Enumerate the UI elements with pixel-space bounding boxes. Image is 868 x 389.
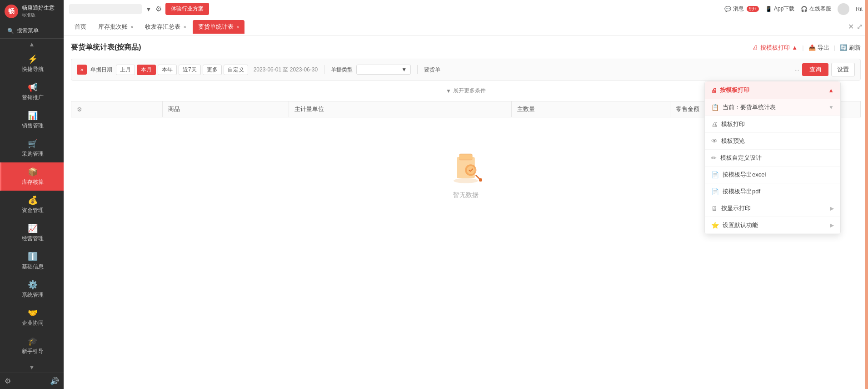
- quick-nav-icon: ⚡: [28, 54, 38, 64]
- template-print-icon: 🖨: [711, 121, 718, 128]
- tab-home[interactable]: 首页: [69, 20, 92, 34]
- export-pdf-icon: 📄: [711, 188, 719, 195]
- sidebar-item-label: 采购管理: [22, 150, 44, 158]
- breadcrumb-dropdown-btn[interactable]: ▼: [145, 5, 152, 13]
- sales-icon: 📊: [28, 111, 38, 121]
- date-btn-more[interactable]: 更多: [203, 65, 222, 75]
- online-service-btn[interactable]: 🎧 在线客服: [801, 5, 831, 13]
- user-name[interactable]: Rit: [856, 6, 863, 12]
- dropdown-item-template-design[interactable]: ✏ 模板自定义设计: [705, 150, 840, 167]
- export-excel-left: 📄 按模板导出excel: [711, 171, 766, 179]
- template-preview-icon: 👁: [711, 137, 718, 145]
- doc-type-select[interactable]: ▼: [356, 65, 411, 75]
- tab-requisition-stats-close[interactable]: ×: [236, 24, 239, 30]
- date-btn-last-month[interactable]: 上月: [116, 65, 135, 75]
- inventory-icon: 📦: [28, 167, 38, 177]
- display-print-icon: 🖥: [711, 205, 718, 212]
- tab-collection-summary[interactable]: 收发存汇总表 ×: [140, 20, 191, 34]
- page-inner: 要货单统计表(按商品) 🖨 按模板打印 ▲ | 📤 导出 | 🔄: [64, 35, 868, 389]
- refresh-btn[interactable]: 🔄 刷新: [840, 44, 861, 52]
- app-download-icon: 📱: [765, 6, 772, 12]
- sidebar-item-sales[interactable]: 📊 销售管理: [0, 106, 64, 134]
- print-dropdown-popup: 🖨 按模板打印 ▲ 📋 当前：要货单统计表 ▼: [704, 81, 841, 234]
- dropdown-title: 🖨 按模板打印: [711, 86, 749, 94]
- current-template-item[interactable]: 📋 当前：要货单统计表 ▼: [705, 99, 840, 116]
- tab-collection-summary-close[interactable]: ×: [183, 24, 186, 30]
- tab-home-label: 首页: [75, 23, 86, 31]
- settings-btn[interactable]: 设置: [831, 63, 855, 76]
- dropdown-item-display-print[interactable]: 🖥 按显示打印 ▶: [705, 200, 840, 217]
- breadcrumb-input[interactable]: [69, 4, 142, 14]
- requisition-label: 要货单: [424, 66, 440, 74]
- table-settings-icon[interactable]: ⚙: [77, 106, 82, 113]
- printer-icon: 🖨: [753, 44, 758, 51]
- print-template-btn[interactable]: 🖨 按模板打印 ▲: [753, 44, 798, 52]
- sidebar-item-marketing[interactable]: 📢 营销推广: [0, 78, 64, 106]
- sidebar-scroll-up[interactable]: ▲: [0, 39, 64, 50]
- sidebar-item-basic[interactable]: ℹ️ 基础信息: [0, 247, 64, 275]
- app-download-btn[interactable]: 📱 App下载: [765, 5, 794, 13]
- app-version: 标准版: [22, 12, 55, 18]
- sidebar-item-finance[interactable]: 💰 资金管理: [0, 191, 64, 219]
- sidebar-item-guide[interactable]: 🎓 新手引导: [0, 332, 64, 360]
- tab-inventory-batch-label: 库存批次账: [98, 23, 128, 31]
- sidebar-nav: ⚡ 快捷导航 📢 营销推广 📊 销售管理 🛒 采购管理 📦 库存核算 💰 资金管…: [0, 50, 64, 362]
- app-download-label: App下载: [774, 5, 794, 13]
- print-template-label: 按模板打印: [760, 44, 790, 52]
- set-default-label: 设置默认功能: [723, 221, 758, 229]
- dropdown-item-template-preview[interactable]: 👁 模板预览: [705, 133, 840, 150]
- dropdown-collapse-icon[interactable]: ▲: [828, 87, 834, 94]
- tab-requisition-stats[interactable]: 要货单统计表 ×: [193, 20, 244, 34]
- more-options-icon[interactable]: ···: [794, 66, 799, 73]
- sidebar-item-label: 系统管理: [22, 291, 44, 299]
- date-filter-label: 单据日期: [90, 66, 112, 74]
- query-btn[interactable]: 查询: [802, 63, 828, 76]
- dropdown-header: 🖨 按模板打印 ▲: [705, 81, 840, 99]
- header-settings-btn[interactable]: ⚙: [155, 5, 162, 13]
- tab-close-btn[interactable]: ✕: [848, 22, 854, 31]
- sidebar-scroll-down[interactable]: ▼: [0, 362, 64, 373]
- sidebar-item-operation[interactable]: 📈 经营管理: [0, 219, 64, 247]
- dropdown-item-set-default[interactable]: ⭐ 设置默认功能 ▶: [705, 217, 840, 234]
- expand-more-btn[interactable]: ▼ 展开更多条件: [440, 85, 491, 96]
- user-avatar[interactable]: [838, 3, 849, 15]
- filter-divider-2: [417, 65, 418, 74]
- set-default-arrow: ▶: [830, 222, 834, 228]
- sidebar-item-label: 快捷导航: [22, 66, 44, 73]
- filter-divider: [324, 65, 324, 74]
- export-btn[interactable]: 📤 导出: [808, 44, 829, 52]
- resize-handle[interactable]: [865, 0, 868, 389]
- trial-button[interactable]: 体验行业方案: [165, 3, 209, 15]
- template-print-label: 模板打印: [721, 120, 745, 128]
- expand-filter-btn[interactable]: »: [77, 65, 87, 75]
- date-btn-this-year[interactable]: 本年: [158, 65, 177, 75]
- sidebar-search[interactable]: 🔍 搜索菜单: [0, 23, 64, 39]
- dropdown-item-template-print[interactable]: 🖨 模板打印: [705, 116, 840, 133]
- audio-icon[interactable]: 🔊: [50, 377, 59, 385]
- message-btn[interactable]: 💬 消息 99+: [724, 5, 759, 13]
- template-preview-left: 👁 模板预览: [711, 137, 745, 145]
- sidebar-item-purchase[interactable]: 🛒 采购管理: [0, 134, 64, 162]
- sidebar-item-system[interactable]: ⚙️ 系统管理: [0, 275, 64, 303]
- dropdown-item-export-excel[interactable]: 📄 按模板导出excel: [705, 167, 840, 183]
- current-template-arrow: ▼: [828, 104, 834, 111]
- refresh-icon: 🔄: [840, 44, 847, 51]
- sidebar-item-enterprise[interactable]: 🤝 企业协同: [0, 303, 64, 332]
- tab-inventory-batch-close[interactable]: ×: [130, 24, 133, 30]
- date-btn-last-7days[interactable]: 近7天: [179, 65, 201, 75]
- sidebar-item-inventory[interactable]: 📦 库存核算: [0, 162, 64, 191]
- date-btn-custom[interactable]: 自定义: [224, 65, 248, 75]
- sidebar-item-quick-nav[interactable]: ⚡ 快捷导航: [0, 50, 64, 78]
- dropdown-item-export-pdf[interactable]: 📄 按模板导出pdf: [705, 183, 840, 200]
- date-btn-this-month[interactable]: 本月: [137, 65, 156, 75]
- settings-icon[interactable]: ⚙: [5, 377, 11, 385]
- main-content: ▼ ⚙ 体验行业方案 💬 消息 99+ 📱 App下载 🎧 在线客服 Rit: [64, 0, 868, 389]
- current-template-left: 📋 当前：要货单统计表: [711, 103, 776, 111]
- header-left: ▼ ⚙ 体验行业方案: [69, 3, 209, 15]
- filter-right: ··· 查询 设置: [794, 63, 855, 76]
- tab-inventory-batch[interactable]: 库存批次账 ×: [93, 20, 139, 34]
- dropdown-title-text: 按模板打印: [720, 86, 749, 94]
- tab-maximize-btn[interactable]: ⤢: [857, 22, 863, 31]
- action-divider-1: |: [802, 44, 803, 51]
- display-print-arrow: ▶: [830, 205, 834, 212]
